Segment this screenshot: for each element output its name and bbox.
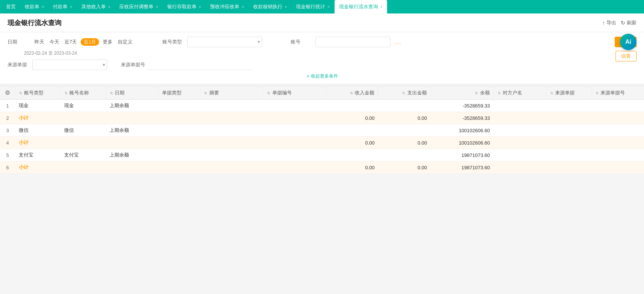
nav-home[interactable]: 首页 xyxy=(2,0,20,13)
col-header-counterpart[interactable]: ⇅ 对方户名 xyxy=(494,86,546,100)
cell-summary xyxy=(200,161,263,174)
cell-balance: 100102606.60 xyxy=(431,137,494,149)
sort-acct-name-icon: ⇅ xyxy=(65,91,68,95)
date-opt-today[interactable]: 今天 xyxy=(48,38,61,46)
cell-num: 1 xyxy=(0,100,15,112)
cell-src-doc-no xyxy=(591,161,644,174)
acct-no-label: 账号 xyxy=(291,39,313,45)
sort-expense-icon: ⇅ xyxy=(402,91,405,95)
cell-summary xyxy=(200,100,263,112)
col-header-doc-type[interactable]: 单据类型 xyxy=(158,86,200,100)
cell-doc-type xyxy=(158,112,200,124)
col-header-acct-name[interactable]: ⇅ 账号名称 xyxy=(60,86,106,100)
acct-type-select-wrap: 现金 微信 支付宝 ▾ xyxy=(187,37,262,47)
cell-src-doc xyxy=(546,161,591,174)
cell-src-doc-no xyxy=(591,100,644,112)
close-cash-bank-flow-icon[interactable]: × xyxy=(380,4,383,9)
table-section: ⚙ ⇅ 账号类型 ⇅ 账号名称 ⇅ 日期 单据类型 ⇅ xyxy=(0,86,644,174)
nav-prepay-offset[interactable]: 预收冲应收单 × xyxy=(206,0,248,13)
cell-acct-name xyxy=(60,137,106,149)
table-settings-icon[interactable]: ⚙ xyxy=(5,90,10,96)
cell-income: 0.00 xyxy=(326,161,378,174)
ai-assistant-button[interactable]: Ai xyxy=(620,34,636,50)
acct-no-input[interactable] xyxy=(315,37,390,47)
col-header-src-doc-no[interactable]: ⇅ 来源单据号 xyxy=(591,86,644,100)
nav-bank-deposit[interactable]: 银行存取款单 × xyxy=(163,0,206,13)
cell-acct-name: 现金 xyxy=(60,100,106,112)
cell-date: 上期余额 xyxy=(106,100,158,112)
cell-num: 4 xyxy=(0,137,15,149)
cell-src-doc xyxy=(546,112,591,124)
acct-no-more-icon[interactable]: ... xyxy=(394,39,401,45)
collapse-filter-bar[interactable]: ∧ 收起更多条件 xyxy=(8,72,636,81)
date-opt-7days[interactable]: 近7天 xyxy=(63,38,78,46)
cell-doc-type xyxy=(158,161,200,174)
close-receipt-icon[interactable]: × xyxy=(42,4,44,9)
sort-src-doc-no-icon: ⇅ xyxy=(596,91,599,95)
col-header-balance[interactable]: ⇅ 余额 xyxy=(431,86,494,100)
col-header-src-doc[interactable]: ⇅ 来源单据 xyxy=(546,86,591,100)
cell-doc-no xyxy=(263,124,326,137)
close-ar-ap-adjust-icon[interactable]: × xyxy=(156,4,158,9)
sort-src-doc-icon: ⇅ xyxy=(550,91,553,95)
close-cash-bank-stats-icon[interactable]: × xyxy=(327,4,330,9)
cell-expense: 0.00 xyxy=(378,137,431,149)
cell-counterpart xyxy=(494,112,546,124)
date-opt-1month[interactable]: 近1月 xyxy=(81,38,99,46)
close-payment-icon[interactable]: × xyxy=(70,4,72,9)
page-header: 现金银行流水查询 ↑ 导出 ↻ 刷新 xyxy=(0,13,644,32)
cell-src-doc xyxy=(546,149,591,161)
header-actions: ↑ 导出 ↻ 刷新 xyxy=(602,19,636,26)
nav-cash-bank-flow[interactable]: 现金银行流水查询 × xyxy=(335,0,387,13)
nav-receipt[interactable]: 收款单 × xyxy=(20,0,48,13)
nav-other-income[interactable]: 其他收入单 × xyxy=(77,0,115,13)
date-range-display: 2023-02-24 至 2023-03-24 xyxy=(24,51,77,56)
date-opt-yesterday[interactable]: 昨天 xyxy=(33,38,46,46)
date-opt-more[interactable]: 更多 xyxy=(101,38,114,46)
col-header-expense[interactable]: ⇅ 支出金额 xyxy=(378,86,431,100)
cell-summary xyxy=(200,124,263,137)
table-header-row: ⚙ ⇅ 账号类型 ⇅ 账号名称 ⇅ 日期 单据类型 ⇅ xyxy=(0,86,644,100)
nav-ar-ap-adjust[interactable]: 应收应付调整单 × xyxy=(115,0,162,13)
cell-num: 3 xyxy=(0,124,15,137)
src-doc-select[interactable] xyxy=(32,60,107,70)
cell-balance: 19871073.60 xyxy=(431,149,494,161)
table-row: 3 微信 微信 上期余额 100102606.60 xyxy=(0,124,644,137)
export-button[interactable]: ↑ 导出 xyxy=(602,19,616,26)
cell-doc-no xyxy=(263,137,326,149)
col-header-settings[interactable]: ⚙ xyxy=(0,86,15,100)
cell-src-doc-no xyxy=(591,137,644,149)
cell-src-doc xyxy=(546,137,591,149)
nav-cash-bank-stats[interactable]: 现金银行统计 × xyxy=(291,0,334,13)
nav-payment[interactable]: 付款单 × xyxy=(48,0,77,13)
cell-balance: 19871073.60 xyxy=(431,161,494,174)
cell-income xyxy=(326,149,378,161)
cell-balance: -3528659.33 xyxy=(431,112,494,124)
nav-receipt-execute[interactable]: 收款核销执行 × xyxy=(249,0,291,13)
close-other-income-icon[interactable]: × xyxy=(108,4,110,9)
close-receipt-execute-icon[interactable]: × xyxy=(285,4,287,9)
col-header-acct-type[interactable]: ⇅ 账号类型 xyxy=(15,86,60,100)
cell-acct-name xyxy=(60,161,106,174)
date-opt-custom[interactable]: 自定义 xyxy=(116,38,134,46)
cell-num: 6 xyxy=(0,161,15,174)
cell-src-doc-no xyxy=(591,112,644,124)
col-header-doc-no[interactable]: ⇅ 单据编号 xyxy=(263,86,326,100)
date-filter-label: 日期 xyxy=(8,39,30,45)
cell-doc-type xyxy=(158,137,200,149)
close-bank-deposit-icon[interactable]: × xyxy=(199,4,201,9)
sort-income-icon: ⇅ xyxy=(350,91,353,95)
cell-acct-type: 小计 xyxy=(15,112,60,124)
table-row: 4 小计 0.00 0.00 100102606.60 xyxy=(0,137,644,149)
col-header-summary[interactable]: ⇅ 摘要 xyxy=(200,86,263,100)
cell-acct-type: 现金 xyxy=(15,100,60,112)
src-doc-no-input[interactable] xyxy=(147,60,252,70)
close-prepay-offset-icon[interactable]: × xyxy=(242,4,244,9)
acct-type-select[interactable]: 现金 微信 支付宝 xyxy=(187,37,262,47)
refresh-button[interactable]: ↻ 刷新 xyxy=(621,19,636,26)
col-header-income[interactable]: ⇅ 收入金额 xyxy=(326,86,378,100)
acct-type-label: 账号类型 xyxy=(162,39,185,45)
settings-button[interactable]: 设置 xyxy=(615,51,636,61)
cell-acct-name: 微信 xyxy=(60,124,106,137)
col-header-date[interactable]: ⇅ 日期 xyxy=(106,86,158,100)
